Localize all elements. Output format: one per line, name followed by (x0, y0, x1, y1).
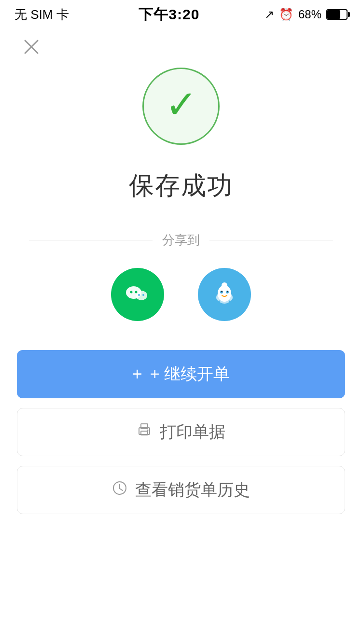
close-button[interactable] (19, 35, 43, 59)
share-label: 分享到 (153, 232, 209, 249)
svg-point-13 (220, 299, 229, 304)
svg-point-4 (130, 291, 133, 294)
continue-order-label: + 继续开单 (150, 363, 230, 385)
status-bar: 无 SIM 卡 下午3:20 ↗ ⏰ 68% (0, 0, 362, 29)
divider-left (29, 240, 153, 240)
carrier-label: 无 SIM 卡 (14, 6, 69, 23)
status-right: ↗ ⏰ 68% (265, 8, 348, 21)
print-label: 打印单据 (160, 421, 225, 443)
action-buttons: + + 继续开单 打印单据 查看销货单 (17, 350, 345, 514)
printer-icon (137, 422, 152, 442)
svg-point-12 (227, 291, 228, 293)
success-circle: ✓ (142, 68, 220, 145)
wechat-icon (122, 279, 153, 310)
main-content: ✓ 保存成功 分享到 (0, 29, 362, 514)
print-button[interactable]: 打印单据 (17, 408, 345, 456)
svg-point-6 (138, 294, 140, 296)
battery-pct: 68% (298, 8, 321, 21)
svg-point-16 (222, 282, 227, 288)
svg-point-15 (228, 294, 233, 301)
qq-icon (209, 279, 240, 310)
status-time: 下午3:20 (139, 5, 199, 25)
share-icons (111, 268, 251, 321)
svg-point-14 (216, 294, 221, 301)
qq-share-button[interactable] (198, 268, 251, 321)
svg-point-7 (142, 294, 144, 296)
svg-point-3 (136, 291, 147, 300)
share-section: 分享到 (0, 232, 362, 321)
svg-line-23 (120, 489, 123, 490)
history-label: 查看销货单历史 (135, 479, 250, 501)
wechat-share-button[interactable] (111, 268, 164, 321)
battery-icon (326, 9, 348, 20)
svg-point-5 (135, 291, 138, 294)
svg-point-20 (147, 430, 149, 431)
success-title: 保存成功 (129, 169, 233, 203)
continue-order-button[interactable]: + + 继续开单 (17, 350, 345, 398)
divider-row: 分享到 (0, 232, 362, 249)
clock-icon (112, 480, 127, 500)
history-button[interactable]: 查看销货单历史 (17, 466, 345, 514)
status-left: 无 SIM 卡 (14, 6, 74, 23)
check-icon: ✓ (165, 85, 197, 124)
svg-point-11 (221, 291, 223, 293)
divider-right (209, 240, 333, 240)
alarm-icon: ⏰ (279, 8, 293, 21)
location-icon: ↗ (265, 8, 274, 21)
plus-icon: + (132, 364, 142, 384)
